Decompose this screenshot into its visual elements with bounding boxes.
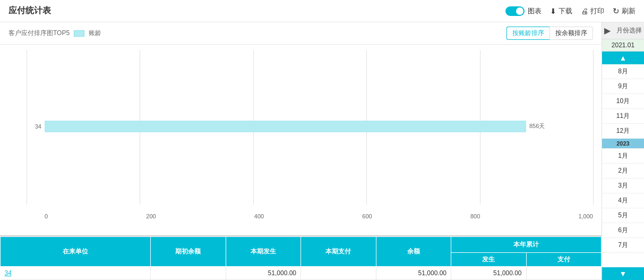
cell-ytd-pay [526, 267, 602, 280]
month-item-7[interactable]: 7月 [602, 238, 644, 253]
main-content: 客户应付排序图TOP5 账龄 按账龄排序 按余额排序 [0, 22, 644, 280]
bar-end-label: 856天 [529, 122, 545, 130]
download-button[interactable]: ⬇ 下载 [550, 6, 572, 16]
sidebar-scroll-up-button[interactable]: ▲ [602, 52, 644, 64]
cell-balance: 51,000.00 [376, 267, 451, 280]
header: 应付统计表 图表 ⬇ 下载 🖨 打印 ↻ 刷新 [0, 0, 644, 22]
col-ytd-header: 本年累计 [451, 237, 602, 253]
print-label: 打印 [590, 6, 604, 16]
col-ytd-occ-header: 发生 [451, 253, 527, 267]
col-current-occ-header: 本期发生 [226, 237, 301, 267]
month-item-6[interactable]: 6月 [602, 223, 644, 238]
refresh-button[interactable]: ↻ 刷新 [613, 6, 636, 16]
month-item-1[interactable]: 1月 [602, 149, 644, 164]
table-row: 34 51,000.00 51,000.00 51,000.00 [1, 267, 602, 280]
page-title: 应付统计表 [8, 5, 51, 16]
cell-unit: 34 [1, 267, 151, 280]
chart-toggle-wrap: 图表 [505, 6, 542, 16]
cell-current-occ: 51,000.00 [226, 267, 301, 280]
chart-body: 34 856天 0 200 400 600 800 1,000 [0, 45, 602, 235]
x-tick-1000: 1,000 [578, 213, 593, 219]
data-table: 在来单位 期初余额 本期发生 本期支付 余额 本年累计 发生 支付 [0, 236, 602, 280]
right-sidebar: ▶ 月份选择 2021.01 ▲ 8月 9月 10月 11月 12月 2023 … [602, 22, 644, 280]
col-unit-header: 在来单位 [1, 237, 151, 267]
download-icon: ⬇ [550, 7, 556, 15]
cell-current-pay [301, 267, 376, 280]
x-tick-600: 600 [362, 213, 372, 219]
x-tick-0: 0 [45, 213, 48, 219]
chart-toggle[interactable] [505, 6, 525, 16]
app-container: 应付统计表 图表 ⬇ 下载 🖨 打印 ↻ 刷新 [0, 0, 644, 280]
print-button[interactable]: 🖨 打印 [581, 6, 604, 16]
chart-canvas: 34 856天 0 200 400 600 800 1,000 [27, 50, 593, 219]
month-item-10[interactable]: 10月 [602, 94, 644, 109]
x-tick-200: 200 [146, 213, 156, 219]
month-item-12[interactable]: 12月 [602, 124, 644, 139]
sidebar-scroll-down-button[interactable]: ▼ [602, 267, 644, 280]
sidebar-title: 月份选择 [616, 26, 642, 35]
sidebar-selected-date: 2021.01 [602, 39, 644, 52]
month-item-11[interactable]: 11月 [602, 109, 644, 124]
month-item-9[interactable]: 9月 [602, 79, 644, 94]
chart-section: 客户应付排序图TOP5 账龄 按账龄排序 按余额排序 [0, 22, 602, 280]
sidebar-header: ▶ 月份选择 [602, 22, 644, 39]
col-balance-header: 余额 [376, 237, 451, 267]
chart-legend: 客户应付排序图TOP5 账龄 [8, 29, 101, 38]
sort-by-balance-button[interactable]: 按余额排序 [549, 27, 593, 40]
col-current-pay-header: 本期支付 [301, 237, 376, 267]
table-wrap: 在来单位 期初余额 本期发生 本期支付 余额 本年累计 发生 支付 [0, 236, 602, 280]
col-ytd-pay-header: 支付 [526, 253, 602, 267]
month-item-5[interactable]: 5月 [602, 208, 644, 223]
sidebar-expand-icon[interactable]: ▶ [604, 26, 611, 36]
unit-link[interactable]: 34 [5, 269, 12, 277]
x-axis: 0 200 400 600 800 1,000 [45, 213, 593, 219]
bar-y-label: 34 [27, 123, 41, 130]
month-item-4[interactable]: 4月 [602, 193, 644, 208]
legend-title: 客户应付排序图TOP5 [8, 29, 70, 38]
month-item-3[interactable]: 3月 [602, 179, 644, 193]
month-item-2[interactable]: 2月 [602, 164, 644, 179]
bar-row-34: 34 856天 [27, 121, 593, 132]
month-item-8[interactable]: 8月 [602, 64, 644, 79]
refresh-icon: ↻ [613, 6, 620, 16]
x-tick-400: 400 [254, 213, 264, 219]
x-tick-800: 800 [470, 213, 480, 219]
chevron-down-icon: ▼ [620, 269, 627, 278]
header-actions: 图表 ⬇ 下载 🖨 打印 ↻ 刷新 [505, 6, 636, 16]
sidebar-months-list: 8月 9月 10月 11月 12月 2023 1月 2月 3月 4月 5月 6月… [602, 64, 644, 267]
sort-by-age-button[interactable]: 按账龄排序 [506, 27, 549, 40]
col-opening-header: 期初余额 [151, 237, 226, 267]
grid-line-1000 [593, 50, 594, 205]
legend-color-box [74, 30, 84, 37]
chart-header: 客户应付排序图TOP5 账龄 按账龄排序 按余额排序 [0, 22, 602, 45]
year-label-2023: 2023 [602, 139, 644, 149]
chevron-up-icon: ▲ [620, 54, 627, 62]
cell-opening [151, 267, 226, 280]
cell-ytd-occ: 51,000.00 [451, 267, 527, 280]
print-icon: 🖨 [581, 7, 588, 15]
download-label: 下载 [559, 6, 572, 16]
chart-sort-buttons: 按账龄排序 按余额排序 [506, 27, 593, 40]
refresh-label: 刷新 [622, 6, 636, 16]
table-section: 在来单位 期初余额 本期发生 本期支付 余额 本年累计 发生 支付 [0, 235, 602, 280]
legend-color-label: 账龄 [89, 29, 101, 38]
bar-fill [45, 121, 526, 132]
chart-toggle-label: 图表 [528, 6, 542, 16]
